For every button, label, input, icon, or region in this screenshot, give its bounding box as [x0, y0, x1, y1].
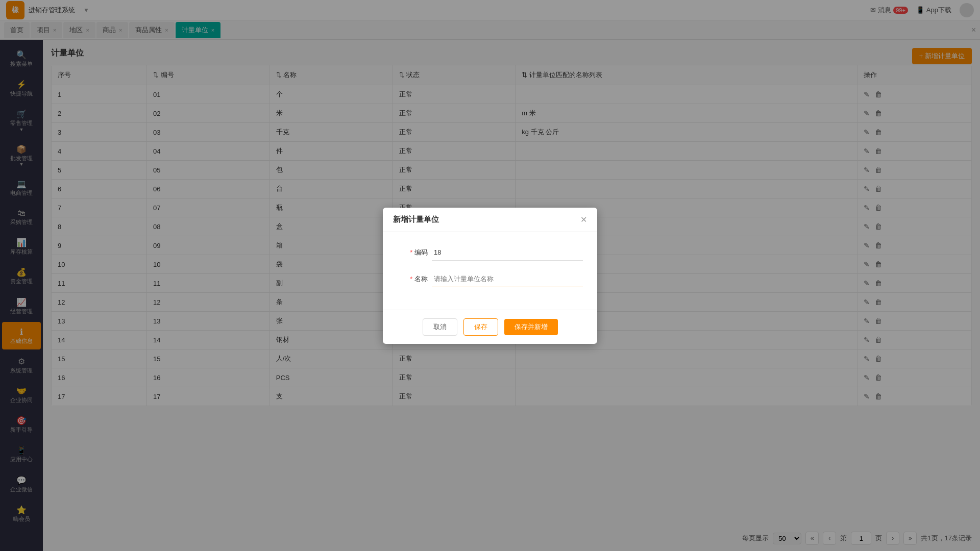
name-input[interactable] — [432, 271, 583, 287]
add-unit-modal: 新增计量单位 ✕ * 编码 * 名称 取消 保存 保存并新增 — [383, 208, 597, 344]
form-row-code: * 编码 — [397, 244, 583, 261]
modal-close-button[interactable]: ✕ — [580, 215, 587, 224]
required-star-name: * — [410, 275, 412, 283]
modal-title: 新增计量单位 — [393, 215, 439, 224]
cancel-button[interactable]: 取消 — [423, 318, 457, 336]
modal-footer: 取消 保存 保存并新增 — [383, 310, 597, 344]
modal-overlay: 新增计量单位 ✕ * 编码 * 名称 取消 保存 保存并新增 — [0, 0, 980, 551]
name-label: * 名称 — [397, 274, 428, 284]
modal-header: 新增计量单位 ✕ — [383, 208, 597, 232]
save-button[interactable]: 保存 — [463, 318, 498, 336]
modal-body: * 编码 * 名称 — [383, 232, 597, 310]
required-star-code: * — [410, 248, 412, 256]
code-input[interactable] — [432, 244, 583, 261]
save-and-new-button[interactable]: 保存并新增 — [504, 319, 558, 335]
form-row-name: * 名称 — [397, 271, 583, 287]
code-label: * 编码 — [397, 248, 428, 257]
